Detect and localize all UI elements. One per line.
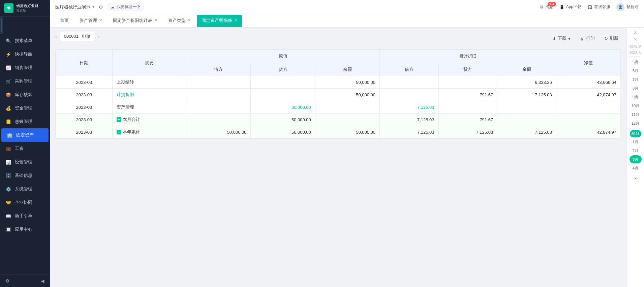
timeline-month-2[interactable]: 2月 bbox=[630, 147, 642, 155]
scroll-down-icon[interactable]: ⌄ bbox=[633, 174, 638, 180]
experience-icon: ☁ bbox=[111, 5, 115, 9]
logo-sub: 普及版 bbox=[16, 8, 38, 13]
sidebar-item-label: 基础信息 bbox=[15, 172, 32, 179]
sidebar-item-operations[interactable]: 📊 经营管理 bbox=[0, 155, 50, 169]
timeline-month-12[interactable]: 12月 bbox=[630, 119, 642, 127]
sidebar-item-ledger[interactable]: 📒 总账管理 bbox=[0, 115, 50, 128]
tab-home[interactable]: 首页 bbox=[55, 15, 73, 27]
message-badge: 99+ bbox=[548, 2, 556, 6]
company-selector[interactable]: 医疗器械行业演示 ▾ bbox=[55, 4, 95, 10]
col-acc-debit: 借方 bbox=[380, 63, 439, 76]
timeline-month-3[interactable]: 3月 bbox=[630, 155, 642, 163]
tab-asset-mgmt[interactable]: 资产管理 ✕ bbox=[75, 15, 107, 27]
sidebar-item-quicknav[interactable]: ⚡ 快捷导航 bbox=[0, 47, 50, 61]
cell-summary: 计提折旧 bbox=[112, 89, 186, 101]
timeline-month-8[interactable]: 8月 bbox=[630, 84, 642, 92]
sidebar-item-collab[interactable]: 🤝 企业协同 bbox=[0, 196, 50, 209]
experience-button[interactable]: ☁ 我要体验一下 bbox=[107, 3, 144, 11]
settings-icon[interactable]: ⚙ bbox=[99, 4, 103, 10]
print-button[interactable]: 🖨 打印 bbox=[577, 34, 597, 43]
cell-acc-credit bbox=[438, 101, 497, 114]
timeline-month-9[interactable]: 9月 bbox=[630, 93, 642, 101]
username-label: 畅捷通 bbox=[626, 4, 639, 10]
sidebar-item-guide[interactable]: 📖 新手引导 bbox=[0, 209, 50, 223]
cell-net-value bbox=[556, 114, 620, 126]
tab-home-label: 首页 bbox=[60, 18, 69, 24]
timeline-month-6[interactable]: 6月 bbox=[630, 67, 642, 75]
close-panel-icon[interactable]: ✕ bbox=[634, 30, 637, 35]
cell-date: 2023-03 bbox=[56, 101, 113, 114]
sidebar-item-sales[interactable]: 📈 销售管理 bbox=[0, 61, 50, 74]
asset-nav: ‹ 000001 电脑 › bbox=[55, 32, 99, 41]
timeline-month-1[interactable]: 1月 bbox=[630, 138, 642, 146]
prev-asset-button[interactable]: ‹ bbox=[55, 34, 57, 39]
toolbar-actions: ⬇ 下载 ▾ 🖨 打印 ↻ 刷新 bbox=[550, 34, 621, 43]
cell-orig-balance bbox=[315, 114, 379, 126]
cell-orig-credit: 50,000.00 bbox=[251, 126, 315, 138]
sidebar-item-system[interactable]: ⚙️ 系统管理 bbox=[0, 182, 50, 196]
expand-panel-icon[interactable]: ⤡ bbox=[634, 37, 637, 42]
collapse-icon[interactable]: ◀ bbox=[41, 278, 44, 284]
dropdown-arrow[interactable]: ▾ bbox=[92, 4, 95, 9]
tab-close-icon[interactable]: ✕ bbox=[188, 18, 191, 23]
sidebar-item-payroll[interactable]: 💼 工资 bbox=[0, 142, 50, 155]
sidebar-item-finance[interactable]: 💰 资金管理 bbox=[0, 101, 50, 115]
handshake-icon: 🤝 bbox=[5, 199, 11, 205]
print-label: 打印 bbox=[586, 35, 595, 41]
settings-icon[interactable]: ⚙ bbox=[5, 278, 10, 284]
cell-net-value: 43,666.64 bbox=[556, 76, 620, 89]
cell-acc-credit bbox=[438, 76, 497, 89]
app-download-button[interactable]: 📱 App下载 bbox=[559, 4, 581, 10]
timeline-month-5[interactable]: 5月 bbox=[630, 58, 642, 66]
tab-close-icon[interactable]: ✕ bbox=[154, 18, 157, 23]
download-label: 下载 bbox=[558, 35, 566, 41]
sidebar-item-appstore[interactable]: 🔲 应用中心 bbox=[0, 223, 50, 236]
user-menu[interactable]: 👤 畅捷通 bbox=[616, 3, 639, 11]
company-name: 医疗器械行业演示 bbox=[55, 4, 90, 10]
year-2023-label[interactable]: 2023 bbox=[630, 130, 641, 137]
col-date: 日期 bbox=[56, 50, 113, 76]
cell-orig-balance: 50,000.00 bbox=[315, 89, 379, 101]
tab-close-icon[interactable]: ✕ bbox=[99, 18, 102, 23]
tab-depreciation-stats[interactable]: 固定资产折旧统计表 ✕ bbox=[108, 15, 162, 27]
cell-orig-debit bbox=[186, 101, 251, 114]
sidebar-item-search[interactable]: 🔍 搜索菜单 bbox=[0, 34, 50, 47]
sidebar-item-basics[interactable]: 🗄️ 基础信息 bbox=[0, 169, 50, 182]
database-icon: 🗄️ bbox=[5, 172, 11, 179]
user-avatar: 👤 bbox=[616, 3, 624, 11]
dropdown-chevron-icon: ▾ bbox=[568, 36, 571, 41]
timeline-month-4[interactable]: 4月 bbox=[630, 164, 642, 172]
cell-acc-debit: 7,125.03 bbox=[380, 114, 439, 126]
next-asset-button[interactable]: › bbox=[98, 34, 99, 39]
sidebar: 畅 畅捷通好业财 普及版 🔍 搜索菜单 ⚡ 快捷导航 📈 销售管理 🛒 采购管理… bbox=[0, 0, 50, 287]
sidebar-item-fixed-assets[interactable]: 🏢 固定资产 bbox=[1, 128, 49, 142]
message-button[interactable]: 🖥 消息 99+ bbox=[540, 4, 553, 10]
table-row-total: 2023-03 本年累计 50,000.00 50,000.0 bbox=[56, 126, 621, 138]
cell-acc-debit: 7,125.03 bbox=[380, 126, 439, 138]
download-button[interactable]: ⬇ 下载 ▾ bbox=[550, 34, 573, 43]
sidebar-item-inventory[interactable]: 📦 库存核算 bbox=[0, 88, 50, 101]
lightning-icon: ⚡ bbox=[5, 51, 11, 57]
box-icon: 📦 bbox=[5, 92, 11, 98]
col-orig-debit: 借方 bbox=[186, 63, 251, 76]
online-service-button[interactable]: 🎧 在线客服 bbox=[587, 4, 610, 10]
timeline-month-10[interactable]: 10月 bbox=[630, 102, 642, 110]
cell-acc-credit: 791.67 bbox=[438, 114, 497, 126]
sidebar-item-label: 采购管理 bbox=[15, 78, 32, 84]
cell-net-value: 42,874.97 bbox=[556, 89, 620, 101]
refresh-label: 刷新 bbox=[610, 35, 618, 41]
tab-asset-type[interactable]: 资产类型 ✕ bbox=[163, 15, 195, 27]
refresh-button[interactable]: ↻ 刷新 bbox=[602, 34, 621, 43]
tab-asset-detail[interactable]: 固定资产明细账 ✕ bbox=[197, 15, 242, 27]
total-icon bbox=[117, 130, 121, 134]
tab-close-icon[interactable]: ✕ bbox=[234, 18, 237, 23]
cell-orig-debit bbox=[186, 76, 251, 89]
sidebar-menu: 🔍 搜索菜单 ⚡ 快捷导航 📈 销售管理 🛒 采购管理 📦 库存核算 💰 资金管… bbox=[0, 34, 50, 275]
sidebar-item-label: 应用中心 bbox=[15, 226, 32, 232]
timeline-month-11[interactable]: 11月 bbox=[630, 110, 642, 119]
timeline-month-7[interactable]: 7月 bbox=[630, 75, 642, 84]
sidebar-item-purchase[interactable]: 🛒 采购管理 bbox=[0, 74, 50, 88]
sidebar-item-label: 固定资产 bbox=[16, 132, 34, 138]
cell-acc-balance: 7,125.03 bbox=[497, 89, 556, 101]
cell-acc-balance bbox=[497, 101, 556, 114]
